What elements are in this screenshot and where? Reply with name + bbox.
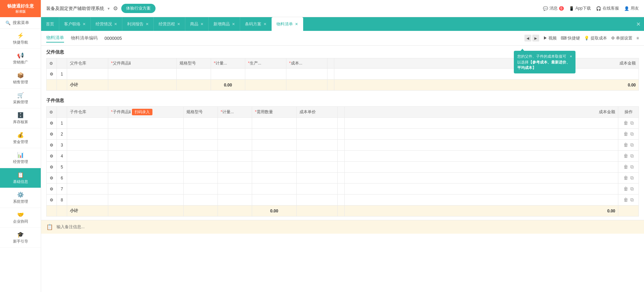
- topbar-user[interactable]: 👤 用友: [624, 5, 639, 11]
- topbar-message[interactable]: 💬 消息 6: [543, 5, 564, 11]
- child-row8-warehouse[interactable]: [67, 195, 108, 206]
- scan-btn[interactable]: 扫码录入: [132, 109, 152, 115]
- child-row8-qty[interactable]: [218, 195, 252, 206]
- child-row5-spec[interactable]: [184, 162, 218, 173]
- topbar-app[interactable]: 📱 App下载: [569, 5, 591, 11]
- tooltip-close-btn[interactable]: ×: [570, 54, 572, 59]
- child-row4-goods[interactable]: [108, 151, 184, 162]
- child-row3-warehouse[interactable]: [67, 140, 108, 151]
- topbar-gear-icon[interactable]: ⚙: [113, 5, 118, 12]
- child-row5-warehouse[interactable]: [67, 162, 108, 173]
- child-row3-goods[interactable]: [108, 140, 184, 151]
- child-row1-goods[interactable]: [108, 118, 184, 129]
- sidebar-item-guide[interactable]: 🎓 新手引导: [0, 228, 41, 248]
- child-row4-cost-price[interactable]: [297, 151, 338, 162]
- parent-row1-produce[interactable]: [245, 69, 286, 80]
- child-row5-needed-qty[interactable]: [252, 162, 297, 173]
- child-row3-cost-price[interactable]: [297, 140, 338, 151]
- parent-row1-qty[interactable]: [211, 69, 245, 80]
- copy-icon[interactable]: ⧉: [630, 153, 634, 159]
- child-row8-goods[interactable]: [108, 195, 184, 206]
- child-row4-spec[interactable]: [184, 151, 218, 162]
- tab-bom-close[interactable]: ✕: [295, 22, 298, 26]
- tab-goods-close[interactable]: ✕: [200, 22, 203, 26]
- delete-icon[interactable]: 🗑: [623, 131, 628, 137]
- tab-operation-status[interactable]: 经营情况 ✕: [91, 17, 122, 31]
- tab-profit[interactable]: 利润报告 ✕: [122, 17, 154, 31]
- tab-new-goods-close[interactable]: ✕: [232, 22, 235, 26]
- sidebar-item-inventory[interactable]: 🗄️ 库存核算: [0, 108, 41, 128]
- child-row6-cost-price[interactable]: [297, 173, 338, 184]
- child-row5-goods[interactable]: [108, 162, 184, 173]
- child-row3-needed-qty[interactable]: [252, 140, 297, 151]
- copy-icon[interactable]: ⧉: [630, 131, 634, 137]
- tab-profit-close[interactable]: ✕: [146, 22, 149, 26]
- copy-icon[interactable]: ⧉: [630, 164, 634, 170]
- sub-tab-bom-list[interactable]: 物料清单: [46, 34, 64, 43]
- tab-customer[interactable]: 客户联络 ✕: [59, 17, 91, 31]
- copy-icon[interactable]: ⧉: [630, 197, 634, 203]
- topbar-service[interactable]: 🎧 在线客服: [596, 5, 619, 11]
- sub-tab-bom-code[interactable]: 物料清单编码: [71, 34, 98, 42]
- parent-row1-cost[interactable]: [286, 69, 327, 80]
- sidebar-item-system[interactable]: ⚙️ 系统管理: [0, 188, 41, 208]
- tab-new-goods[interactable]: 新增商品 ✕: [209, 17, 240, 31]
- delete-icon[interactable]: 🗑: [623, 186, 628, 192]
- child-row1-needed-qty[interactable]: [252, 118, 297, 129]
- child-row6-needed-qty[interactable]: [252, 173, 297, 184]
- delete-icon[interactable]: 🗑: [623, 197, 628, 203]
- parent-row1-spec[interactable]: [177, 69, 211, 80]
- sidebar-item-search[interactable]: 🔍 搜索菜单: [0, 17, 41, 29]
- child-row4-warehouse[interactable]: [67, 151, 108, 162]
- child-row7-cost-price[interactable]: [297, 184, 338, 195]
- copy-icon[interactable]: ⧉: [630, 175, 634, 181]
- sidebar-item-basic-info[interactable]: 📋 基础信息: [0, 168, 41, 188]
- copy-icon[interactable]: ⧉: [630, 186, 634, 192]
- bottom-bar-hint[interactable]: 输入备注信息...: [57, 224, 85, 230]
- child-row8-cost-price[interactable]: [297, 195, 338, 206]
- delete-icon[interactable]: 🗑: [623, 175, 628, 181]
- tab-barcode-close[interactable]: ✕: [263, 22, 267, 26]
- close-all-tabs[interactable]: ✕: [633, 21, 644, 27]
- child-row6-warehouse[interactable]: [67, 173, 108, 184]
- child-row2-needed-qty[interactable]: [252, 129, 297, 140]
- sidebar-item-operations[interactable]: 📊 经营管理: [0, 148, 41, 168]
- child-row4-qty[interactable]: [218, 151, 252, 162]
- child-row7-qty[interactable]: [218, 184, 252, 195]
- tab-barcode[interactable]: 条码方案 ✕: [240, 17, 272, 31]
- parent-row1-warehouse[interactable]: [67, 69, 108, 80]
- child-row3-qty[interactable]: [218, 140, 252, 151]
- child-row2-spec[interactable]: [184, 129, 218, 140]
- child-row2-warehouse[interactable]: [67, 129, 108, 140]
- child-row7-warehouse[interactable]: [67, 184, 108, 195]
- nav-prev[interactable]: ◀: [524, 35, 531, 42]
- video-action[interactable]: ▶ 视频: [543, 35, 557, 41]
- child-row7-spec[interactable]: [184, 184, 218, 195]
- nav-next[interactable]: ▶: [532, 35, 539, 42]
- view-toggle-icon[interactable]: ≡: [636, 36, 639, 40]
- child-row5-cost-price[interactable]: [297, 162, 338, 173]
- child-row5-qty[interactable]: [218, 162, 252, 173]
- delete-icon[interactable]: 🗑: [623, 142, 628, 148]
- extract-cost-action[interactable]: 💡 提取成本: [584, 35, 607, 41]
- sidebar-item-finance[interactable]: 💰 资金管理: [0, 128, 41, 148]
- child-row6-spec[interactable]: [184, 173, 218, 184]
- child-row7-goods[interactable]: [108, 184, 184, 195]
- child-row2-qty[interactable]: [218, 129, 252, 140]
- parent-row1-goods[interactable]: [108, 69, 177, 80]
- topbar-dropdown-arrow[interactable]: ▾: [108, 6, 110, 11]
- shortcut-action[interactable]: ⌨ 快捷键: [561, 35, 580, 41]
- child-row8-needed-qty[interactable]: [252, 195, 297, 206]
- copy-icon[interactable]: ⧉: [630, 120, 634, 126]
- delete-icon[interactable]: 🗑: [623, 120, 628, 126]
- child-row6-goods[interactable]: [108, 173, 184, 184]
- child-row3-spec[interactable]: [184, 140, 218, 151]
- tab-customer-close[interactable]: ✕: [83, 22, 86, 26]
- tab-operation-history[interactable]: 经营历程 ✕: [154, 17, 185, 31]
- copy-icon[interactable]: ⧉: [630, 142, 634, 148]
- child-row1-warehouse[interactable]: [67, 118, 108, 129]
- sidebar-item-purchase[interactable]: 🛒 采购管理: [0, 89, 41, 108]
- tab-goods[interactable]: 商品 ✕: [185, 17, 209, 31]
- child-row1-spec[interactable]: [184, 118, 218, 129]
- delete-icon[interactable]: 🗑: [623, 164, 628, 170]
